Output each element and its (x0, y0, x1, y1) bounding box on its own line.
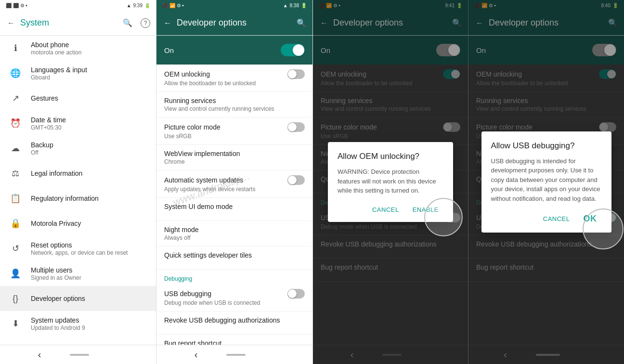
dev-oem-unlocking-2[interactable]: OEM unlocking Allow the bootloader to be… (156, 65, 312, 92)
oem-toggle-2[interactable] (287, 69, 305, 79)
datetime-title: Date & time (31, 116, 148, 124)
oem-sub-2: Allow the bootloader to be unlocked (164, 80, 305, 87)
usb-dialog-title: Allow USB debugging? (491, 141, 602, 151)
updates-title: System updates (31, 316, 148, 324)
notification-icons-1: ⬛ ⬛ ⚙ • (6, 3, 27, 8)
developer-title: Developer options (31, 295, 148, 302)
toolbar-2: ← Developer options 🔍 (156, 11, 312, 36)
picture-toggle-2[interactable] (287, 122, 305, 132)
reset-sub: Network, apps, or device can be reset (31, 249, 148, 256)
wifi-icon-1: ▲ (127, 3, 131, 8)
dev-qs-tiles-2[interactable]: Quick settings developer tiles (156, 247, 312, 270)
list-item-about[interactable]: ℹ About phone motorola one action (0, 36, 156, 61)
oem-dialog: Allow OEM unlocking? WARNING: Device pro… (328, 142, 453, 222)
dev-night-mode-2[interactable]: Night mode Always off (156, 221, 312, 247)
list-item-gestures[interactable]: ↗ Gestures (0, 86, 156, 111)
running-sub-2: View and control currently running servi… (164, 105, 305, 112)
list-item-datetime[interactable]: ⏰ Date & time GMT+05:30 (0, 111, 156, 136)
dev-revoke-2[interactable]: Revoke USB debugging authorizations (156, 312, 312, 335)
time-1: 9:39 (133, 3, 143, 8)
uidemo-title-2: System UI demo mode (164, 203, 305, 210)
status-right-1: ▲ 9:39 🔋 (127, 3, 150, 8)
autoupdate-sub-2: Apply updates when device restarts (164, 186, 305, 193)
oem-cancel-button[interactable]: Cancel (367, 203, 404, 216)
users-title: Multiple users (31, 266, 148, 274)
languages-title: Languages & input (31, 66, 148, 74)
magnifier-enable-btn (424, 198, 463, 236)
qstiles-title-2: Quick settings developer tiles (164, 251, 305, 259)
battery-icon-2: 🔋 (301, 3, 307, 8)
usb-cancel-button[interactable]: Cancel (538, 211, 575, 227)
updates-sub: Updated to Android 9 (31, 325, 148, 331)
usbdebug-title-2: USB debugging (164, 290, 211, 298)
users-icon: 👤 (8, 266, 23, 281)
list-item-languages[interactable]: 🌐 Languages & input Gboard (0, 61, 156, 86)
info-icon: ℹ (8, 40, 23, 56)
usbdebug-sub-2: Debug mode when USB is connected (164, 299, 305, 306)
autoupdate-toggle-2[interactable] (287, 175, 305, 185)
list-item-legal[interactable]: ⚖ Legal information (0, 161, 156, 186)
dev-list-2: OEM unlocking Allow the bootloader to be… (156, 65, 312, 345)
search-button-2[interactable]: 🔍 (296, 18, 307, 28)
list-item-developer[interactable]: {} Developer options (0, 286, 156, 311)
running-title-2: Running services (164, 97, 305, 104)
reset-icon: ↺ (8, 241, 23, 256)
magnifier-ok-btn (583, 208, 624, 249)
users-sub: Signed in as Owner (31, 274, 148, 281)
home-indicator-1[interactable] (70, 354, 89, 356)
language-icon: 🌐 (8, 65, 23, 81)
debugging-section-2: Debugging (156, 270, 312, 284)
nightmode-title-2: Night mode (164, 226, 305, 234)
usbdebug-toggle-2[interactable] (287, 289, 305, 299)
back-nav-2[interactable]: ‹ (195, 349, 198, 360)
status-left-1: ⬛ ⬛ ⚙ • (6, 3, 27, 8)
about-phone-sub: motorola one action (31, 49, 148, 56)
panel-system-settings: ⬛ ⬛ ⚙ • ▲ 9:39 🔋 ← System 🔍 ? ℹ About ph… (0, 0, 156, 364)
dev-webview-2[interactable]: WebView implementation Chrome (156, 145, 312, 170)
status-right-2: ▲ 8:38 🔋 (283, 3, 307, 8)
datetime-sub: GMT+05:30 (31, 124, 148, 131)
back-button-1[interactable]: ← (6, 18, 16, 28)
picture-sub-2: Use sRGB (164, 133, 305, 140)
list-item-privacy[interactable]: 🔒 Motorola Privacy (0, 211, 156, 236)
on-label-2: On (164, 46, 281, 54)
notification-icons-2: ⬛ 📶 ⚙ • (162, 3, 184, 8)
webview-sub-2: Chrome (164, 158, 305, 165)
back-nav-1[interactable]: ‹ (38, 349, 41, 360)
dev-bugreport-2[interactable]: Bug report shortcut (156, 335, 312, 345)
nav-bar-2: ‹ (156, 345, 312, 364)
list-item-reset[interactable]: ↺ Reset options Network, apps, or device… (0, 236, 156, 261)
settings-list-1: ℹ About phone motorola one action 🌐 Lang… (0, 36, 156, 345)
backup-icon: ☁ (8, 141, 23, 156)
backup-sub: Off (31, 149, 148, 156)
oem-title-2: OEM unlocking (164, 70, 210, 78)
developer-icon: {} (8, 291, 23, 306)
on-toggle-2[interactable] (281, 44, 305, 56)
time-2: 8:38 (290, 3, 299, 8)
home-indicator-2[interactable] (226, 354, 246, 356)
search-button-1[interactable]: 🔍 (122, 18, 133, 28)
dev-ui-demo-2[interactable]: System UI demo mode (156, 198, 312, 221)
privacy-icon: 🔒 (8, 216, 23, 231)
dev-running-services-2[interactable]: Running services View and control curren… (156, 92, 312, 117)
usb-dialog: Allow USB debugging? USB debugging is in… (481, 131, 611, 233)
nightmode-sub-2: Always off (164, 234, 305, 241)
dev-picture-color-2[interactable]: Picture color mode Use sRGB (156, 117, 312, 145)
help-button-1[interactable]: ? (141, 18, 150, 28)
about-phone-title: About phone (31, 41, 148, 49)
battery-icon-1: 🔋 (144, 3, 150, 8)
toolbar-1: ← System 🔍 ? (0, 11, 156, 36)
list-item-updates[interactable]: ⬇ System updates Updated to Android 9 (0, 311, 156, 336)
list-item-backup[interactable]: ☁ Backup Off (0, 136, 156, 161)
dev-auto-updates-2[interactable]: Automatic system updates Apply updates w… (156, 170, 312, 198)
legal-title: Legal information (31, 169, 148, 177)
gestures-title: Gestures (31, 94, 148, 102)
back-button-2[interactable]: ← (162, 18, 173, 28)
toolbar-title-2: Developer options (177, 18, 296, 28)
on-row-2[interactable]: On (156, 36, 312, 65)
dev-usb-debug-2[interactable]: USB debugging Debug mode when USB is con… (156, 284, 312, 312)
dialog-overlay-4: Allow USB debugging? USB debugging is in… (468, 0, 624, 364)
list-item-users[interactable]: 👤 Multiple users Signed in as Owner (0, 261, 156, 286)
revoke-title-2: Revoke USB debugging authorizations (164, 316, 305, 324)
list-item-regulatory[interactable]: 📋 Regulatory information (0, 186, 156, 211)
